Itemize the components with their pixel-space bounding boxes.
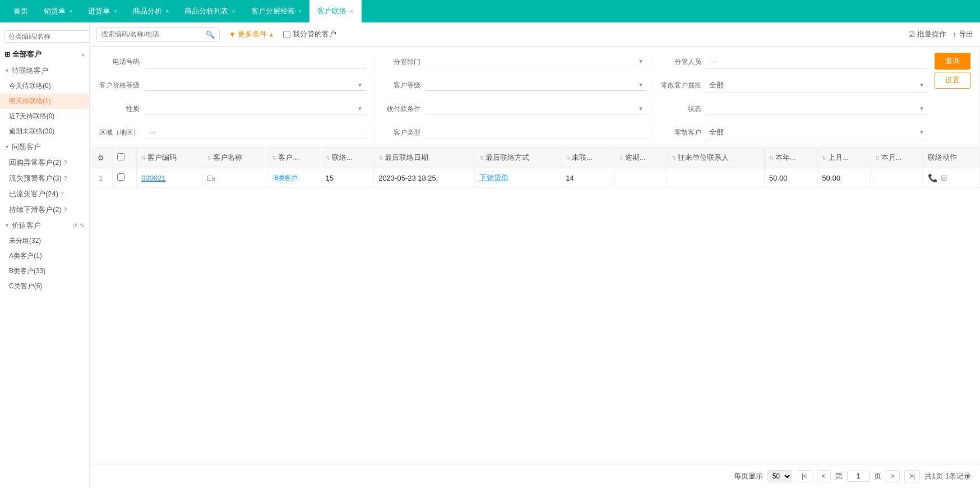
nav-customer-contact[interactable]: 客户联络× [309, 0, 361, 22]
section-value-customers[interactable]: 价值客户 ↺ ✎ [0, 218, 89, 233]
th-this-year[interactable]: 本年... [764, 148, 817, 168]
filter-manager-select[interactable]: ··· [706, 56, 928, 68]
batch-op-button[interactable]: ☑ 批量操作 [908, 29, 946, 39]
sidebar-item-churn-warning[interactable]: 流失预警客户(3) ? [0, 171, 89, 186]
sidebar-item-c-class[interactable]: C类客户(6) [0, 279, 89, 294]
sidebar-item-declining[interactable]: 持续下滑客户(2) ? [0, 202, 89, 218]
filter-status-select[interactable]: ▼ [706, 103, 928, 114]
sidebar-item-tomorrow-contact[interactable]: 明天待联络(1) [0, 94, 89, 109]
search-icon[interactable]: 🔍 [206, 30, 215, 39]
select-all-checkbox[interactable] [117, 153, 124, 160]
th-this-month[interactable]: 本月... [870, 148, 923, 168]
filter-manager-dots[interactable]: ··· [709, 58, 719, 66]
row-name[interactable]: Ea [202, 168, 267, 188]
sidebar-item-overdue-contact[interactable]: 逾期未联络(30) [0, 124, 89, 139]
sidebar-search-container: 🔍 [0, 27, 89, 46]
filter-row-4: 区域（地区） ··· 客户类型 [99, 123, 928, 141]
row-select-checkbox[interactable] [117, 173, 124, 181]
refresh-icon[interactable]: ↺ [72, 222, 77, 229]
sidebar-item-7days-contact[interactable]: 近7天待联络(0) [0, 109, 89, 124]
per-page-select[interactable]: 50 [768, 470, 792, 482]
filter-region-dots[interactable]: ··· [147, 128, 158, 136]
filter-scattered-value: 全部 [709, 127, 724, 137]
search-input[interactable] [101, 30, 206, 38]
pagination: 每页显示 50 |< < 第 页 > >| 共1页 1条记录 [90, 464, 980, 488]
th-code[interactable]: 客户编码 [137, 148, 202, 168]
sidebar-item-a-class[interactable]: A类客户(1) [0, 248, 89, 264]
edit-icon[interactable]: ✎ [80, 222, 85, 229]
my-customers-checkbox-label[interactable]: 我分管的客户 [283, 29, 336, 39]
nav-customer-stratify[interactable]: 客户分层经营× [243, 0, 309, 22]
filter-dept: 分管部门 ▼ [380, 56, 647, 67]
sidebar-item-churned[interactable]: 已流失客户(24) ? [0, 186, 89, 202]
filter-buttons: 查询 设置 [935, 53, 970, 141]
filter-phone-input[interactable] [144, 56, 366, 68]
filter-region-select[interactable]: ··· [144, 126, 366, 139]
th-last-month[interactable]: 上月... [817, 148, 871, 168]
th-type[interactable]: 客户... [267, 148, 321, 168]
th-last-contact-method[interactable]: 最后联络方式 [474, 148, 561, 168]
my-customers-checkbox[interactable] [283, 31, 290, 38]
filter-customer-level-select[interactable]: ▼ [425, 80, 647, 91]
th-contacts[interactable]: 联络... [321, 148, 374, 168]
per-page-label: 每页显示 [734, 471, 763, 481]
th-contact-person[interactable]: 往来单位联系人 [667, 148, 764, 168]
filter-scattered-attr-label: 零散客户属性 [661, 81, 706, 90]
row-last-contact-method[interactable]: 下销货单 [474, 168, 561, 188]
action-qr-icon[interactable]: ⊞ [941, 173, 947, 182]
nav-product-analysis[interactable]: 商品分析× [125, 0, 177, 22]
data-table-wrapper: ⚙ 客户编码 客户名称 客户... 联络... 最后联络日期 最后联络方式 未联… [90, 148, 980, 464]
prev-page-button[interactable]: < [817, 470, 831, 482]
th-no-contact[interactable]: 未联... [561, 148, 614, 168]
close-product-analysis-list-icon[interactable]: × [232, 8, 235, 15]
customer-type-tag: B类客户 [272, 174, 299, 182]
row-code[interactable]: 000021 [137, 168, 202, 188]
nav-sales-order[interactable]: 销货单× [36, 0, 80, 22]
nav-product-analysis-list[interactable]: 商品分析列表× [177, 0, 243, 22]
filter-payment-select[interactable]: ▼ [425, 103, 647, 114]
nav-purchase-order[interactable]: 进货单× [80, 0, 124, 22]
first-page-button[interactable]: |< [797, 470, 812, 482]
sidebar-search-input[interactable] [4, 30, 90, 43]
all-customers-header[interactable]: ⊞ 全部客户 « [0, 46, 89, 63]
section-problem-customers[interactable]: 问题客户 [0, 139, 89, 155]
sidebar-item-ungrouped[interactable]: 未分组(32) [0, 233, 89, 248]
filter-dept-select[interactable]: ▼ [425, 56, 647, 67]
filter-customer-type-input[interactable] [425, 126, 647, 139]
filter-scattered-attr-select[interactable]: 全部 ▼ [706, 78, 928, 93]
filter-nature-select[interactable]: ▼ [144, 103, 366, 114]
close-product-analysis-icon[interactable]: × [165, 8, 169, 15]
nav-home[interactable]: 首页 [6, 0, 36, 22]
sidebar-item-today-contact[interactable]: 今天待联络(0) [0, 79, 89, 94]
settings-icon[interactable]: ⚙ [98, 154, 104, 162]
next-page-button[interactable]: > [886, 470, 900, 482]
last-page-button[interactable]: >| [904, 470, 920, 482]
action-phone-icon[interactable]: 📞 [928, 173, 937, 182]
sidebar-item-repurchase-anomaly[interactable]: 回购异常客户(2) ? [0, 155, 89, 171]
filter-scattered-attr: 零散客户属性 全部 ▼ [661, 78, 928, 93]
set-button[interactable]: 设置 [935, 72, 970, 89]
page-input[interactable] [847, 471, 870, 482]
export-button[interactable]: ↑ 导出 [953, 29, 974, 39]
collapse-icon[interactable]: « [81, 51, 85, 58]
section-pending-contact[interactable]: 待联络客户 [0, 63, 89, 79]
top-navigation: 首页 销货单× 进货单× 商品分析× 商品分析列表× 客户分层经营× 客户联络× [0, 0, 980, 22]
filter-scattered-label: 零散客户 [661, 128, 706, 137]
query-button[interactable]: 查询 [935, 53, 970, 70]
th-last-contact-date[interactable]: 最后联络日期 [374, 148, 475, 168]
th-overdue[interactable]: 逾期... [614, 148, 667, 168]
row-last-contact-date: 2023-05-23 18:25: [374, 168, 475, 188]
filter-price-level-select[interactable]: ▼ [144, 80, 366, 91]
row-last-month: 50.00 [817, 168, 871, 188]
filter-scattered-select[interactable]: 全部 ▼ [706, 125, 928, 140]
close-purchase-order-icon[interactable]: × [113, 8, 117, 15]
close-customer-stratify-icon[interactable]: × [298, 8, 302, 15]
batch-icon: ☑ [908, 30, 915, 39]
sidebar-item-b-class[interactable]: B类客户(33) [0, 264, 89, 279]
row-contact-person [667, 168, 764, 188]
close-sales-order-icon[interactable]: × [69, 8, 72, 15]
close-customer-contact-icon[interactable]: × [350, 8, 353, 15]
th-name[interactable]: 客户名称 [202, 148, 267, 168]
more-filter-button[interactable]: ▼ 更多条件 ▲ [224, 27, 279, 42]
filter-manager-label: 分管人员 [661, 57, 706, 67]
